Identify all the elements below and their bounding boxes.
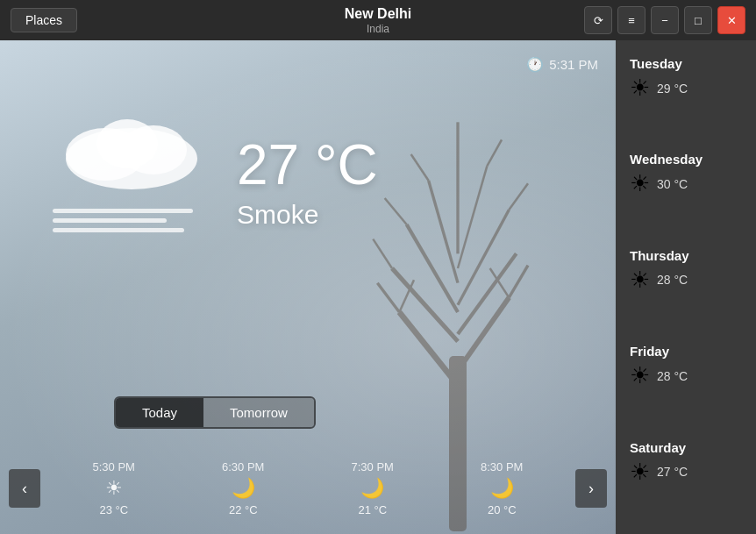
- hour-temp-1: 22 °C: [229, 503, 258, 516]
- weather-info: 27 °C Smoke: [237, 137, 378, 230]
- list-item: Friday ☀ 28 °C: [616, 335, 756, 431]
- svg-line-14: [373, 239, 392, 268]
- smoke-line-1: [53, 209, 193, 213]
- temperature-display: 27 °C: [237, 137, 378, 193]
- list-item: Saturday ☀ 27 °C: [616, 431, 756, 527]
- list-item: 6:30 PM 🌙 22 °C: [222, 460, 264, 516]
- forecast-temp-3: 28 °C: [657, 369, 688, 383]
- forecast-icon-2: ☀: [630, 267, 650, 294]
- hour-time-0: 5:30 PM: [93, 460, 135, 473]
- forecast-day-row-1: ☀ 30 °C: [630, 170, 742, 197]
- hourly-next-button[interactable]: ›: [575, 469, 607, 508]
- forecast-sidebar: Tuesday ☀ 29 °C Wednesday ☀ 30 °C Thursd…: [616, 40, 756, 534]
- today-tab[interactable]: Today: [116, 398, 203, 427]
- menu-button[interactable]: ≡: [617, 6, 645, 34]
- forecast-day-name-2: Thursday: [630, 248, 742, 263]
- hour-time-1: 6:30 PM: [222, 460, 264, 473]
- svg-line-10: [377, 283, 399, 312]
- svg-line-12: [509, 266, 528, 298]
- hour-icon-2: 🌙: [360, 477, 384, 500]
- current-time: 5:31 PM: [549, 57, 598, 72]
- forecast-day-name-1: Wednesday: [630, 152, 742, 167]
- smoke-lines: [53, 209, 228, 232]
- hour-temp-0: 23 °C: [99, 503, 128, 516]
- svg-line-6: [458, 210, 509, 304]
- svg-point-22: [96, 119, 158, 168]
- forecast-day-name-3: Friday: [630, 344, 742, 359]
- tomorrow-tab[interactable]: Tomorrow: [203, 398, 314, 427]
- list-item: 7:30 PM 🌙 21 °C: [352, 460, 394, 516]
- hourly-items: 5:30 PM ☀ 23 °C 6:30 PM 🌙 22 °C 7:30 PM …: [40, 460, 575, 516]
- forecast-icon-4: ☀: [630, 459, 650, 486]
- hourly-prev-button[interactable]: ‹: [9, 469, 40, 508]
- list-item: 5:30 PM ☀ 23 °C: [93, 460, 135, 516]
- weather-panel: 🕐 5:31 PM 27 °C Smoke Today To: [0, 40, 616, 534]
- svg-line-15: [385, 198, 407, 224]
- hour-icon-1: 🌙: [232, 477, 255, 500]
- hour-time-3: 8:30 PM: [481, 460, 523, 473]
- clock-icon: 🕐: [526, 56, 544, 73]
- hour-time-2: 7:30 PM: [352, 460, 394, 473]
- forecast-day-row-2: ☀ 28 °C: [630, 267, 742, 294]
- forecast-day-row-3: ☀ 28 °C: [630, 362, 742, 389]
- city-title: New Delhi: [345, 5, 411, 22]
- forecast-temp-0: 29 °C: [657, 82, 688, 96]
- hour-icon-0: ☀: [105, 477, 123, 500]
- forecast-day-row-0: ☀ 29 °C: [630, 75, 742, 102]
- list-item: 8:30 PM 🌙 20 °C: [481, 460, 523, 516]
- forecast-icon-0: ☀: [630, 75, 650, 102]
- titlebar-center: New Delhi India: [345, 5, 411, 34]
- hourly-section: ‹ 5:30 PM ☀ 23 °C 6:30 PM 🌙 22 °C 7:30 P…: [0, 460, 616, 516]
- minimize-button[interactable]: −: [651, 6, 679, 34]
- forecast-temp-2: 28 °C: [657, 273, 688, 287]
- svg-line-1: [399, 312, 458, 385]
- hour-icon-3: 🌙: [490, 477, 514, 500]
- forecast-temp-4: 27 °C: [657, 465, 688, 479]
- close-button[interactable]: ✕: [717, 6, 745, 34]
- titlebar-left: Places: [11, 8, 77, 32]
- smoke-line-3: [53, 228, 184, 232]
- weather-icon-area: [53, 110, 228, 232]
- time-display: 🕐 5:31 PM: [526, 56, 598, 73]
- forecast-temp-1: 30 °C: [657, 177, 688, 191]
- forecast-day-row-4: ☀ 27 °C: [630, 459, 742, 486]
- forecast-icon-1: ☀: [630, 170, 650, 197]
- list-item: Tuesday ☀ 29 °C: [616, 47, 756, 143]
- cloud-smoke-icon: [53, 110, 210, 198]
- restore-button[interactable]: □: [684, 6, 712, 34]
- places-button[interactable]: Places: [11, 8, 77, 32]
- smoke-line-2: [53, 218, 167, 223]
- svg-line-5: [407, 224, 458, 312]
- hour-temp-2: 21 °C: [358, 503, 387, 516]
- country-subtitle: India: [345, 23, 411, 35]
- refresh-button[interactable]: ⟳: [584, 6, 612, 34]
- day-tabs: Today Tomorrow: [114, 396, 316, 429]
- svg-line-16: [509, 183, 528, 210]
- list-item: Thursday ☀ 28 °C: [616, 239, 756, 335]
- forecast-day-name-0: Tuesday: [630, 56, 742, 71]
- svg-line-8: [458, 166, 487, 268]
- svg-line-18: [487, 139, 502, 166]
- forecast-day-name-4: Saturday: [630, 440, 742, 455]
- tree-decoration: [370, 93, 546, 400]
- hour-temp-3: 20 °C: [488, 503, 517, 516]
- main-content: 🕐 5:31 PM 27 °C Smoke Today To: [0, 40, 756, 534]
- titlebar-right: ⟳ ≡ − □ ✕: [584, 6, 745, 34]
- list-item: Wednesday ☀ 30 °C: [616, 143, 756, 239]
- svg-line-2: [458, 297, 509, 370]
- forecast-icon-3: ☀: [630, 362, 650, 389]
- condition-display: Smoke: [237, 200, 378, 230]
- titlebar: Places New Delhi India ⟳ ≡ − □ ✕: [0, 0, 756, 40]
- svg-line-17: [411, 154, 429, 181]
